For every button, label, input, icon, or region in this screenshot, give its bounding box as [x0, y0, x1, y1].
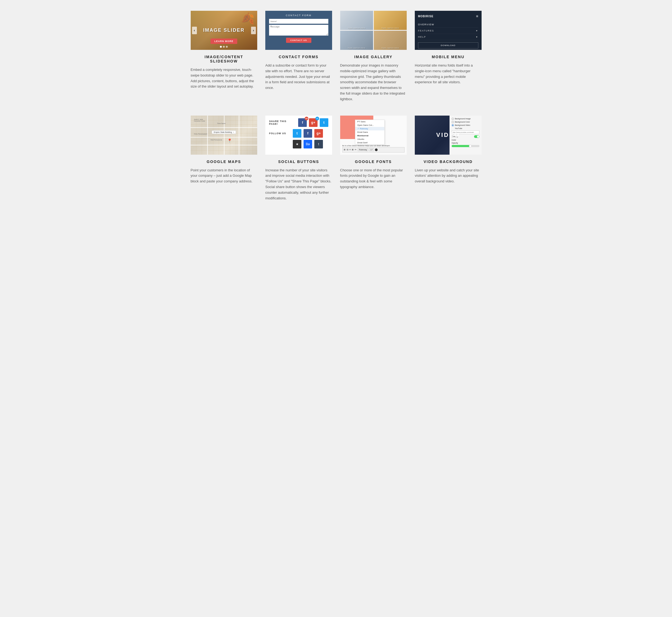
fonts-current-font: Raleway — [358, 148, 368, 151]
menu-top-bar: MOBIRISE ≡ — [418, 14, 478, 18]
card-desc-fonts: Choose one or more of the most popular f… — [340, 168, 407, 190]
card-social-buttons: SHARE THIS PAGE! f 192 g+ 47 t — [265, 116, 332, 201]
fonts-item-montserrat[interactable]: Montserrat — [355, 134, 384, 138]
leaves-decoration: 🍂 — [241, 12, 254, 25]
twitter-icon: t — [323, 121, 324, 125]
fonts-preview: PT Sans Open Sans Cot... ✓ Raleway Droid… — [340, 116, 407, 155]
card-google-maps: Jacob K. JavitsConvention Center Times S… — [191, 116, 257, 201]
follow-twitter-icon: t — [296, 131, 298, 135]
follow-gplus-btn[interactable]: g+ — [314, 129, 323, 138]
fonts-format-icon-4: ⊠ — [352, 149, 354, 151]
video-bg-preview: VIDEO Background Image Background Color — [415, 116, 482, 155]
fonts-item-raleway[interactable]: ✓ Raleway — [355, 127, 384, 131]
fonts-item-droid-sans[interactable]: Droid Sans — [355, 131, 384, 134]
fonts-item-ubuntu[interactable]: Ubuntu — [355, 138, 384, 141]
social-buttons-preview: SHARE THIS PAGE! f 192 g+ 47 t — [265, 116, 332, 155]
share-facebook-btn[interactable]: f 192 — [298, 118, 307, 127]
follow-twitter-btn[interactable]: t — [293, 129, 301, 138]
slider-next-btn[interactable]: › — [251, 27, 256, 34]
card-title-menu: MOBILE MENU — [415, 55, 482, 59]
color-label: Color — [452, 139, 456, 141]
bg-image-label: Background Image — [455, 118, 471, 120]
extra-social-row: ★ Bə t — [293, 140, 328, 149]
card-title-social: SOCIAL BUTTONS — [265, 160, 332, 164]
card-desc-maps: Point your customers in the location of … — [191, 168, 257, 184]
map-road-v3 — [239, 116, 239, 155]
slider-dot-1 — [220, 46, 222, 48]
contact-preview-container: CONTACT FORM CONTACT US — [265, 11, 332, 50]
facebook-count-badge: 192 — [305, 117, 308, 121]
card-title-contact: CONTACT FORMS — [265, 55, 332, 59]
map-label-2: Times Square — [217, 123, 226, 124]
card-contact-forms: CONTACT FORM CONTACT US CONTACT FORMS Ad… — [265, 11, 332, 102]
feature-grid-row-2: Jacob K. JavitsConvention Center Times S… — [191, 116, 482, 201]
contact-submit-btn[interactable]: CONTACT US — [286, 38, 311, 43]
fonts-format-icon-3: ≡ — [350, 149, 351, 151]
fonts-toolbar: ⊞ ⊟ ≡ ⊠ ✏ Raleway 17 — [342, 147, 405, 153]
video-title-text: VIDEO — [436, 132, 460, 139]
slider-prev-btn[interactable]: ‹ — [192, 27, 197, 34]
behance-btn[interactable]: Bə — [303, 140, 312, 149]
slider-preview-container: 🍂 IMAGE SLIDER LEARN MORE ‹ › — [191, 11, 257, 50]
card-image-gallery: Type caption here Type caption here Type… — [340, 11, 407, 102]
gallery-cell-1: Type caption here — [340, 11, 373, 30]
features-arrow-icon: ▼ — [476, 30, 478, 32]
slider-heading: IMAGE SLIDER — [203, 27, 245, 33]
follow-facebook-icon: f — [307, 131, 308, 135]
maps-preview-container: Jacob K. JavitsConvention Center Times S… — [191, 116, 257, 155]
video-panel-bg-video[interactable]: Background Video — [452, 124, 479, 127]
map-pin-icon: 📍 — [227, 139, 232, 143]
share-row: SHARE THIS PAGE! f 192 g+ 47 t — [269, 118, 328, 127]
gallery-cell-2: Type caption here — [374, 11, 407, 30]
tumblr-btn[interactable]: t — [314, 140, 323, 149]
bg-color-radio — [452, 121, 454, 123]
contact-form-preview: CONTACT FORM CONTACT US — [265, 11, 332, 50]
opacity-slider-thumb[interactable] — [469, 145, 472, 147]
map-road-v1 — [207, 116, 208, 155]
overlay-toggle[interactable] — [474, 135, 479, 138]
card-title-maps: GOOGLE MAPS — [191, 160, 257, 164]
github-btn[interactable]: ★ — [293, 140, 301, 149]
video-panel-youtube[interactable]: YouTube — [452, 127, 479, 130]
map-background: Jacob K. JavitsConvention Center Times S… — [191, 116, 257, 155]
contact-name-input[interactable] — [269, 19, 328, 24]
menu-download-btn[interactable]: DOWNLOAD — [418, 42, 478, 48]
card-desc-video: Liven up your website and catch your sit… — [415, 168, 482, 184]
follow-facebook-btn[interactable]: f — [303, 129, 312, 138]
share-label: SHARE THIS PAGE! — [269, 120, 296, 125]
share-gplus-btn[interactable]: g+ 47 — [309, 118, 317, 127]
slider-dot-2 — [223, 46, 225, 48]
slider-learn-more-btn[interactable]: LEARN MORE — [211, 38, 237, 44]
video-color-row: Color — [452, 139, 479, 142]
menu-preview-container: MOBIRISE ≡ OVERVIEW FEATURES ▼ HELP ▼ DO… — [415, 11, 482, 50]
menu-item-overview[interactable]: OVERVIEW — [418, 22, 478, 28]
fonts-preview-container: PT Sans Open Sans Cot... ✓ Raleway Droid… — [340, 116, 407, 155]
fonts-item-droid-serif[interactable]: Droid Serif — [355, 141, 384, 145]
gallery-preview-container: Type caption here Type caption here Type… — [340, 11, 407, 50]
card-title-gallery: IMAGE GALLERY — [340, 55, 407, 59]
video-panel-bg-color[interactable]: Background Color — [452, 121, 479, 124]
menu-item-help[interactable]: HELP ▼ — [418, 34, 478, 40]
menu-item-features[interactable]: FEATURES ▼ — [418, 28, 478, 34]
opacity-slider-fill — [452, 145, 471, 147]
page-wrapper: 🍂 IMAGE SLIDER LEARN MORE ‹ › IMAGE/CONT… — [185, 0, 487, 225]
card-title-slider: IMAGE/CONTENT SLIDESHOW — [191, 55, 257, 63]
map-close-icon[interactable]: × — [233, 131, 234, 133]
gallery-cell-4: Type caption here — [374, 31, 407, 50]
fonts-item-pt-sans[interactable]: PT Sans — [355, 120, 384, 124]
github-icon: ★ — [296, 142, 299, 146]
fonts-item-opensans[interactable]: Open Sans Cot... — [355, 124, 384, 127]
share-twitter-btn[interactable]: t — [320, 118, 328, 127]
contact-message-textarea[interactable] — [269, 25, 328, 36]
fonts-format-icon-1: ⊞ — [344, 149, 346, 151]
menu-brand-label: MOBIRISE — [418, 15, 433, 18]
fonts-dropdown[interactable]: PT Sans Open Sans Cot... ✓ Raleway Droid… — [355, 120, 385, 145]
social-preview-container: SHARE THIS PAGE! f 192 g+ 47 t — [265, 116, 332, 155]
gplus-count-badge: 47 — [315, 117, 319, 121]
video-panel-bg-image[interactable]: Background Image — [452, 117, 479, 121]
feature-grid-row-1: 🍂 IMAGE SLIDER LEARN MORE ‹ › IMAGE/CONT… — [191, 11, 482, 102]
video-preview-container: VIDEO Background Image Background Color — [415, 116, 482, 155]
bg-video-radio — [452, 124, 454, 126]
mobile-menu-preview: MOBIRISE ≡ OVERVIEW FEATURES ▼ HELP ▼ DO… — [415, 11, 482, 50]
card-image-slider: 🍂 IMAGE SLIDER LEARN MORE ‹ › IMAGE/CONT… — [191, 11, 257, 102]
